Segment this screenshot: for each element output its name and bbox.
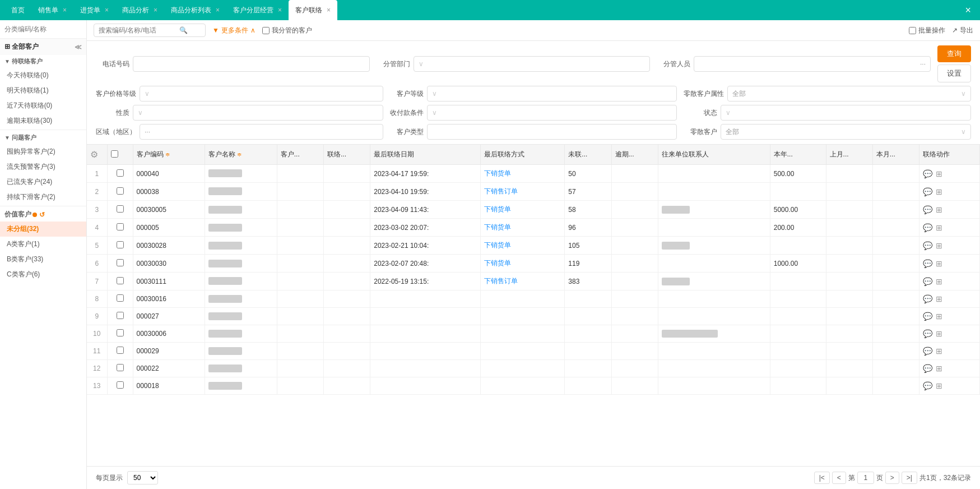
close-all-tabs-button[interactable]: × <box>960 4 976 16</box>
first-page-button[interactable]: |< <box>814 472 830 484</box>
more-conditions-button[interactable]: ▼ 更多条件 ∧ <box>212 26 256 35</box>
region-input[interactable]: ··· <box>140 124 383 140</box>
select-all-checkbox[interactable] <box>111 150 118 158</box>
row-checkbox-cell[interactable] <box>107 360 133 377</box>
message-icon[interactable]: 💬 <box>923 381 932 390</box>
message-icon[interactable]: 💬 <box>923 205 932 214</box>
sidebar-item-tomorrow-pending[interactable]: 明天待联络(1) <box>0 83 86 98</box>
th-last-method[interactable]: 最后联络方式 <box>480 145 564 165</box>
sidebar-search-input[interactable] <box>4 25 87 33</box>
retail-customer-input[interactable]: 全部 ∨ <box>721 124 971 140</box>
row-checkbox-cell[interactable] <box>107 255 133 273</box>
sidebar-item-hoard-abnormal[interactable]: 囤购异常客户(2) <box>0 144 86 159</box>
row-checkbox-cell[interactable] <box>107 165 133 183</box>
method-link[interactable]: 下销货单 <box>484 169 511 177</box>
sidebar-item-churn-warning[interactable]: 流失预警客户(3) <box>0 159 86 174</box>
row-checkbox[interactable] <box>117 277 124 284</box>
method-link[interactable]: 下销售订单 <box>484 277 518 285</box>
sidebar-item-class-c[interactable]: C类客户(6) <box>0 267 86 282</box>
collapse-icon[interactable]: ≪ <box>75 43 82 51</box>
last-page-button[interactable]: >| <box>902 472 917 484</box>
dept-input[interactable]: ∨ <box>414 56 651 72</box>
retail-attr-input[interactable]: 全部 ∨ <box>727 86 971 102</box>
reset-button[interactable]: 设置 <box>937 64 971 82</box>
row-checkbox-cell[interactable] <box>107 325 133 343</box>
grid-icon[interactable]: ⊞ <box>936 329 942 338</box>
next-page-button[interactable]: > <box>885 472 899 484</box>
main-search-box[interactable]: 🔍 <box>94 24 206 37</box>
close-product-analysis-icon[interactable]: × <box>154 6 157 14</box>
th-this-month[interactable]: 本月... <box>872 145 919 165</box>
th-overdue[interactable]: 逾期... <box>611 145 658 165</box>
row-checkbox-cell[interactable] <box>107 377 133 395</box>
price-level-input[interactable]: ∨ <box>140 86 383 102</box>
region-more-icon[interactable]: ··· <box>145 128 150 136</box>
th-last-date[interactable]: 最后联络日期 <box>370 145 481 165</box>
message-icon[interactable]: 💬 <box>923 169 932 178</box>
sort-code-icon[interactable]: ≑ <box>165 151 170 158</box>
row-checkbox-cell[interactable] <box>107 201 133 219</box>
grid-icon[interactable]: ⊞ <box>936 312 942 321</box>
row-checkbox[interactable] <box>117 205 124 213</box>
close-sales-icon[interactable]: × <box>63 6 67 14</box>
batch-ops-check[interactable] <box>909 27 916 34</box>
th-unlinked[interactable]: 未联... <box>565 145 611 165</box>
row-checkbox-cell[interactable] <box>107 290 133 308</box>
method-link[interactable]: 下销货单 <box>484 241 511 249</box>
grid-icon[interactable]: ⊞ <box>936 205 942 214</box>
gender-input[interactable]: ∨ <box>133 105 383 121</box>
sidebar-item-class-b[interactable]: B类客户(33) <box>0 252 86 267</box>
message-icon[interactable]: 💬 <box>923 329 932 338</box>
sidebar-item-class-a[interactable]: A类客户(1) <box>0 237 86 252</box>
row-checkbox[interactable] <box>117 347 124 354</box>
grid-icon[interactable]: ⊞ <box>936 169 942 178</box>
sidebar-item-today-pending[interactable]: 今天待联络(0) <box>0 68 86 83</box>
th-gear[interactable]: ⚙ <box>87 145 107 165</box>
phone-input[interactable] <box>133 56 370 72</box>
grid-icon[interactable]: ⊞ <box>936 364 942 373</box>
query-button[interactable]: 查询 <box>937 45 971 62</box>
method-link[interactable]: 下销货单 <box>484 223 511 231</box>
th-checkbox[interactable] <box>107 145 133 165</box>
method-link[interactable]: 下销货单 <box>484 205 511 213</box>
grid-icon[interactable]: ⊞ <box>936 241 942 250</box>
row-checkbox-cell[interactable] <box>107 273 133 290</box>
nav-tab-home[interactable]: 首页 <box>4 0 31 20</box>
nav-tab-customer-contact[interactable]: 客户联络 × <box>289 0 337 20</box>
status-input[interactable]: ∨ <box>721 105 971 121</box>
th-this-year[interactable]: 本年... <box>770 145 826 165</box>
grid-icon[interactable]: ⊞ <box>936 294 942 303</box>
close-customer-contact-icon[interactable]: × <box>327 6 331 14</box>
sidebar-item-overdue-pending[interactable]: 逾期未联络(30) <box>0 113 86 128</box>
message-icon[interactable]: 💬 <box>923 259 932 268</box>
row-checkbox[interactable] <box>117 223 124 230</box>
nav-tab-product-analysis[interactable]: 商品分析 × <box>115 0 164 20</box>
message-icon[interactable]: 💬 <box>923 347 932 356</box>
all-customers-header[interactable]: ⊞ 全部客户 ≪ <box>0 39 86 55</box>
row-checkbox[interactable] <box>117 187 124 195</box>
sidebar-item-ungroup[interactable]: 未分组(32) <box>0 222 86 237</box>
th-last-month[interactable]: 上月... <box>826 145 872 165</box>
row-checkbox-cell[interactable] <box>107 308 133 325</box>
row-checkbox[interactable] <box>117 312 124 319</box>
sidebar-search-box[interactable]: 🔍 <box>0 20 86 39</box>
row-checkbox[interactable] <box>117 241 124 248</box>
sidebar-item-7day-pending[interactable]: 近7天待联络(0) <box>0 98 86 113</box>
my-customers-checkbox[interactable]: 我分管的客户 <box>262 26 312 35</box>
per-page-select[interactable]: 50 100 200 <box>127 471 158 485</box>
row-checkbox-cell[interactable] <box>107 237 133 255</box>
sidebar-item-churned[interactable]: 已流失客户(24) <box>0 174 86 190</box>
th-customer-type[interactable]: 客户... <box>277 145 323 165</box>
prev-page-button[interactable]: < <box>832 472 846 484</box>
message-icon[interactable]: 💬 <box>923 364 932 373</box>
nav-tab-sales[interactable]: 销售单 × <box>31 0 73 20</box>
message-icon[interactable]: 💬 <box>923 312 932 321</box>
grid-icon[interactable]: ⊞ <box>936 259 942 268</box>
value-group-refresh-icon[interactable]: ↺ <box>39 211 45 219</box>
row-checkbox[interactable] <box>117 329 124 336</box>
row-checkbox[interactable] <box>117 381 124 389</box>
grid-icon[interactable]: ⊞ <box>936 223 942 232</box>
nav-tab-product-analysis-list[interactable]: 商品分析列表 × <box>164 0 226 20</box>
nav-tab-purchase[interactable]: 进货单 × <box>73 0 115 20</box>
grid-icon[interactable]: ⊞ <box>936 277 942 286</box>
